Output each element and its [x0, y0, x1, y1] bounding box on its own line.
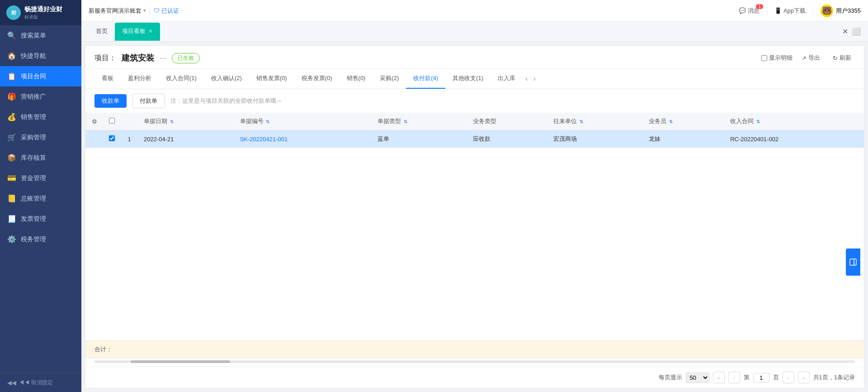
per-page-label: 每页显示: [659, 373, 682, 382]
subnav-kanban[interactable]: 看板: [94, 69, 121, 89]
more-actions-icon[interactable]: ···: [160, 53, 166, 63]
refresh-button[interactable]: ↻ 刷新: [829, 52, 855, 64]
sort-icon: ⇅: [669, 119, 673, 124]
subnav-receipt[interactable]: 收付款(4): [406, 69, 445, 89]
sidebar-nav: 🔍 搜索菜单 🏠 快捷导航 📋 项目合同 🎁 营销推广 💰 销售管理 🛒 采购管…: [0, 25, 81, 373]
per-page-select[interactable]: 50 100 200: [686, 373, 709, 383]
row-checkbox-cell[interactable]: [104, 130, 120, 148]
sidebar-item-marketing[interactable]: 🎁 营销推广: [0, 86, 81, 107]
tab-project-board[interactable]: 项目看板 ✕: [115, 23, 160, 41]
refresh-icon: ↻: [833, 55, 838, 62]
date-column-header[interactable]: 单据日期 ⇅: [138, 113, 235, 130]
sidebar-version: 标准版: [24, 14, 62, 20]
salesman-column-header[interactable]: 业务员 ⇅: [643, 113, 725, 130]
unpin-button[interactable]: ◀◀ ◀◀ 取消固定: [0, 373, 81, 392]
pagination: 每页显示 50 100 200 « ‹ 第 页 › » 共1页，1条记录: [85, 367, 864, 388]
demo-account[interactable]: 新服务官网演示账套 ▾: [89, 7, 146, 15]
subnav-income-confirm[interactable]: 收入确认(2): [204, 69, 249, 89]
maximize-icon[interactable]: ⬜: [852, 27, 861, 36]
row-partner-cell: 宏茂商场: [548, 130, 643, 148]
subnav-inout[interactable]: 出入库: [491, 69, 523, 89]
filter-note: 注：这里是与项目关联的全部收付款单哦～: [170, 97, 282, 105]
message-badge: 1: [756, 4, 763, 9]
total-pages-label: 共1页，1条记录: [813, 373, 855, 382]
settings-column-header[interactable]: ⚙: [85, 113, 104, 130]
sidebar-item-contract[interactable]: 📋 项目合同: [0, 66, 81, 86]
gift-icon: 🎁: [7, 92, 16, 101]
prev-page-button[interactable]: ‹: [728, 372, 740, 383]
select-all-checkbox[interactable]: [109, 118, 115, 124]
sidebar-item-search[interactable]: 🔍 搜索菜单: [0, 25, 81, 46]
project-name: 建筑安装: [122, 53, 154, 63]
show-detail-checkbox[interactable]: 显示明细: [761, 54, 793, 62]
search-icon: 🔍: [7, 31, 16, 40]
subnav-other-expense[interactable]: 其他收支(1): [445, 69, 491, 89]
sales-icon: 💰: [7, 113, 16, 121]
subnav-sales-invoice[interactable]: 销售发票(0): [249, 69, 294, 89]
sort-icon: ⇅: [170, 119, 174, 124]
sidebar-item-label: 项目合同: [21, 72, 46, 81]
sidebar-item-label: 采购管理: [21, 134, 46, 142]
last-page-button[interactable]: »: [798, 372, 810, 383]
close-window-icon[interactable]: ✕: [842, 27, 848, 36]
subnav-prev-arrow[interactable]: ‹: [523, 75, 530, 83]
home-icon: 🏠: [7, 52, 16, 60]
total-label: 合计：: [94, 345, 112, 354]
subnav-tax-invoice[interactable]: 税务发票(0): [294, 69, 340, 89]
message-icon: 💬: [739, 7, 746, 14]
subnav-next-arrow[interactable]: ›: [530, 75, 538, 83]
sidebar-item-label: 总账管理: [21, 195, 46, 203]
sidebar-item-label: 资金管理: [21, 174, 46, 182]
sidebar-item-label: 库存核算: [21, 154, 46, 162]
document-link[interactable]: SK-20220421-001: [240, 136, 288, 143]
sidebar-item-quick[interactable]: 🏠 快捷导航: [0, 46, 81, 66]
income-contract-column-header[interactable]: 收入合同 ⇅: [725, 113, 864, 130]
sort-icon: ⇅: [580, 119, 583, 124]
checkbox-column-header: [104, 113, 120, 130]
export-button[interactable]: ↗ 导出: [798, 52, 824, 64]
app-download-button[interactable]: 📱 App下载: [774, 7, 806, 15]
sidebar-logo: 财: [6, 5, 21, 20]
partner-column-header[interactable]: 往来单位 ⇅: [548, 113, 643, 130]
sidebar-item-ledger[interactable]: 📒 总账管理: [0, 188, 81, 209]
current-page-input[interactable]: [753, 373, 769, 382]
chevron-down-icon: ▾: [143, 8, 146, 14]
subnav-sales[interactable]: 销售(0): [340, 69, 373, 89]
project-status-badge: 已生效: [172, 53, 200, 63]
main-area: 新服务官网演示账套 ▾ 🛡 已认证 💬 消息 1 📱 App下载 🐻: [81, 0, 868, 392]
row-code-cell[interactable]: SK-20220421-001: [235, 130, 372, 148]
subnav-income-contract[interactable]: 收入合同(1): [159, 69, 204, 89]
subnav-purchase[interactable]: 采购(2): [373, 69, 406, 89]
type-column-header[interactable]: 单据类型 ⇅: [372, 113, 467, 130]
horizontal-scrollbar[interactable]: [85, 358, 864, 367]
subnav-profit[interactable]: 盈利分析: [121, 69, 159, 89]
sidebar-item-tax[interactable]: ⚙️ 税务管理: [0, 229, 81, 249]
row-salesman-cell: 龙妹: [643, 130, 725, 148]
next-page-button[interactable]: ›: [783, 372, 794, 383]
sidebar-item-fund[interactable]: 💳 资金管理: [0, 168, 81, 188]
table-row[interactable]: 1 2022-04-21 SK-20220421-001 蓝单 应收款: [85, 130, 864, 148]
tab-home[interactable]: 首页: [89, 23, 115, 41]
page-prefix: 第: [744, 373, 750, 382]
sidebar-item-purchase[interactable]: 🛒 采购管理: [0, 127, 81, 148]
page-suffix: 页: [773, 373, 779, 382]
tab-close-icon[interactable]: ✕: [148, 28, 153, 34]
code-column-header[interactable]: 单据编号 ⇅: [235, 113, 372, 130]
first-page-button[interactable]: «: [713, 372, 725, 383]
filterbar: 收款单 付款单 注：这里是与项目关联的全部收付款单哦～: [85, 89, 864, 113]
user-menu[interactable]: 🐻 用户3355: [821, 5, 861, 17]
sidebar-item-inventory[interactable]: 📦 库存核算: [0, 148, 81, 168]
data-table-wrap: ⚙ 单据日期 ⇅ 单据编号 ⇅: [85, 113, 864, 340]
data-table: ⚙ 单据日期 ⇅ 单据编号 ⇅: [85, 113, 864, 148]
sidebar-item-invoice[interactable]: 🧾 发票管理: [0, 209, 81, 229]
sidebar-item-label: 发票管理: [21, 215, 46, 223]
export-icon: ↗: [802, 55, 807, 62]
row-checkbox[interactable]: [109, 135, 115, 141]
payment-filter-button[interactable]: 付款单: [132, 94, 165, 108]
receipt-filter-button[interactable]: 收款单: [94, 94, 127, 108]
sidebar-item-sales[interactable]: 💰 销售管理: [0, 107, 81, 127]
project-prefix: 项目：: [94, 53, 116, 63]
message-button[interactable]: 💬 消息 1: [739, 7, 760, 15]
side-panel-toggle[interactable]: [846, 249, 860, 276]
subnav: 看板 盈利分析 收入合同(1) 收入确认(2) 销售发票(0) 税务发票(0) …: [85, 69, 864, 89]
